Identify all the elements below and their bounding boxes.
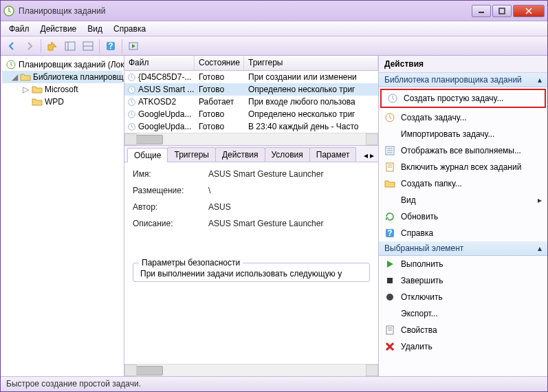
location-value: \ [208,186,370,195]
menu-view[interactable]: Вид [82,23,108,35]
delete-icon [384,341,395,352]
window-title: Планировщик заданий [19,6,472,16]
menu-help[interactable]: Справка [108,23,151,35]
statusbar: Быстрое создание простой задачи. [1,376,547,391]
task-header: Файл Состояние Триггеры [124,56,378,71]
name-value: ASUS Smart Gesture Launcher [208,169,370,179]
tab-params[interactable]: Парамет [309,147,357,162]
svg-rect-2 [499,8,505,14]
action-export[interactable]: Экспорт... [379,305,547,322]
properties-button[interactable] [80,39,96,54]
action-refresh[interactable]: Обновить [379,208,547,225]
action-help[interactable]: ? Справка [379,225,547,241]
location-label: Размещение: [133,186,208,195]
svg-rect-3 [65,42,75,50]
task-icon [384,112,395,123]
horizontal-scrollbar[interactable] [124,133,378,145]
disable-icon [384,292,395,303]
actions-section-library: Библиотека планировщика заданий ▴ [379,73,547,87]
refresh-icon [384,211,395,222]
menu-file[interactable]: Файл [3,23,35,35]
back-button[interactable] [3,39,20,54]
tab-scroll[interactable]: ◂ ▸ [360,149,378,162]
tree-library-label: Библиотека планировщ [33,72,124,82]
titlebar: Планировщик заданий [1,1,547,21]
detail-tabs: Общие Триггеры Действия Условия Парамет … [124,146,378,162]
tab-triggers[interactable]: Триггеры [167,147,216,162]
center-pane: Файл Состояние Триггеры {D45C85D7-... Го… [124,56,379,376]
tree-item-wpd[interactable]: WPD [2,96,122,108]
task-row[interactable]: ASUS Smart ... Готово Определено несколь… [124,83,378,96]
stop-icon [384,275,395,286]
col-file[interactable]: Файл [124,56,195,70]
desc-label: Описание: [133,219,208,228]
tree-library[interactable]: ◢ Библиотека планировщ [2,71,122,83]
task-row[interactable]: GoogleUpda... Готово Определено нескольк… [124,108,378,120]
folder-icon [384,178,395,189]
tree-expand-icon[interactable]: ▷ [21,85,30,94]
security-text: При выполнении задачи использовать следу… [140,269,362,279]
tree-pane: Планировщик заданий (Лок ◢ Библиотека пл… [1,56,124,376]
name-label: Имя: [133,169,208,179]
task-row[interactable]: {D45C85D7-... Готово При создании или из… [124,71,378,83]
tab-actions[interactable]: Действия [215,147,265,162]
task-row[interactable]: GoogleUpda... Готово В 23:40 каждый день… [124,120,378,133]
forward-button[interactable] [21,39,38,54]
action-enable-history[interactable]: Включить журнал всех заданий [379,159,547,175]
action-create-task[interactable]: Создать задачу... [379,109,547,126]
clock-icon [387,93,398,104]
folder-icon [32,84,43,95]
actions-pane: Действия Библиотека планировщика заданий… [379,56,547,376]
action-properties[interactable]: Свойства [379,322,547,338]
collapse-icon[interactable]: ▴ [538,243,542,253]
action-view[interactable]: Вид ▸ [379,192,547,208]
tree-root[interactable]: Планировщик заданий (Лок [2,58,122,71]
action-import-task[interactable]: Импортировать задачу... [379,126,547,142]
actions-title: Действия [379,56,547,73]
action-create-basic-task[interactable]: Создать простую задачу... [380,89,546,108]
action-disable[interactable]: Отключить [379,289,547,305]
horizontal-scrollbar[interactable] [124,364,378,376]
toolbar: ? [1,36,547,56]
security-legend: Параметры безопасности [139,258,243,268]
maximize-button[interactable] [492,5,512,17]
svg-text:?: ? [108,41,113,51]
run-button[interactable] [125,39,142,54]
minimize-button[interactable] [472,5,491,17]
help-button[interactable]: ? [102,39,119,54]
app-icon [3,6,14,17]
action-new-folder[interactable]: Создать папку... [379,175,547,192]
action-run[interactable]: Выполнить [379,256,547,272]
col-state[interactable]: Состояние [195,56,244,70]
collapse-icon[interactable]: ▴ [538,75,542,85]
author-label: Автор: [133,202,208,212]
svg-text:?: ? [387,228,392,238]
task-row[interactable]: ATKOSD2 Работает При входе любого пользо… [124,96,378,108]
desc-value: ASUS Smart Gesture Launcher [208,219,370,228]
close-button[interactable] [513,5,545,17]
submenu-arrow-icon: ▸ [538,195,542,205]
col-triggers[interactable]: Триггеры [244,56,378,70]
action-delete[interactable]: Удалить [379,338,547,355]
security-group: Параметры безопасности При выполнении за… [133,263,370,282]
tab-general[interactable]: Общие [127,148,168,162]
task-list: Файл Состояние Триггеры {D45C85D7-... Го… [124,56,378,146]
clock-icon [6,59,17,70]
show-hide-tree-button[interactable] [62,39,78,54]
svg-point-28 [386,294,393,301]
author-value: ASUS [208,202,370,212]
up-button[interactable] [44,39,61,54]
list-icon [384,145,395,156]
tree-item-microsoft[interactable]: ▷ Microsoft [2,83,122,96]
actions-section-selected: Выбранный элемент ▴ [379,241,547,256]
tab-conditions[interactable]: Условия [265,147,310,162]
action-end[interactable]: Завершить [379,272,547,289]
properties-icon [384,325,395,336]
folder-icon [20,72,31,83]
play-icon [384,259,395,270]
details-panel: Имя:ASUS Smart Gesture Launcher Размещен… [124,162,378,364]
svg-rect-27 [387,278,393,283]
menu-action[interactable]: Действие [35,23,83,35]
tree-collapse-icon[interactable]: ◢ [12,72,18,82]
action-show-running[interactable]: Отображать все выполняемы... [379,142,547,159]
